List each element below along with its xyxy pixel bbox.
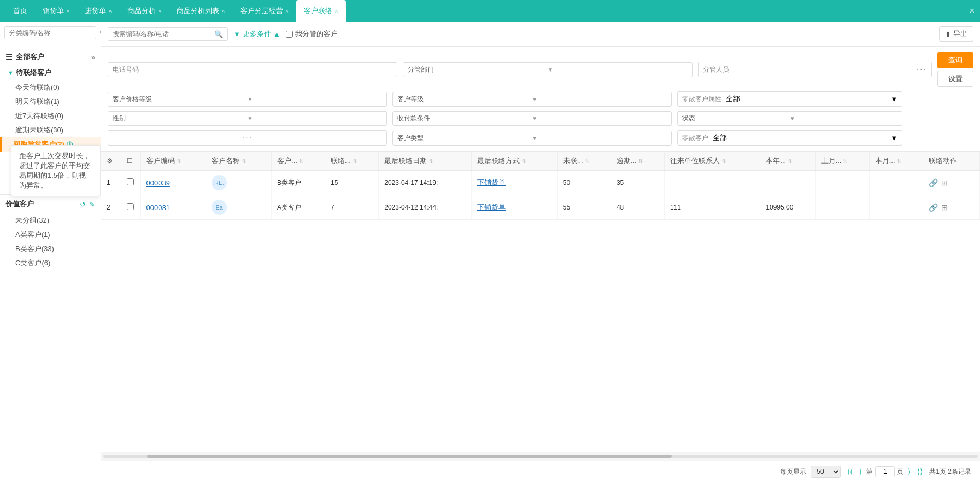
sidebar-item-7days[interactable]: 近7天待联络(0)	[0, 109, 101, 123]
filter-retail[interactable]: 零散客户 全部 ▼	[677, 130, 902, 146]
sidebar-item-tomorrow[interactable]: 明天待联络(1)	[0, 95, 101, 109]
col-customer-type[interactable]: 客户... ⇅	[271, 152, 325, 171]
contact-sort-icon: ⇅	[353, 158, 357, 164]
more-filters-dots[interactable]: ···	[242, 133, 253, 143]
col-last-month[interactable]: 上月... ⇅	[815, 152, 869, 171]
manager-dots[interactable]: ···	[917, 65, 927, 74]
nav-product-list[interactable]: 商品分析列表 ×	[169, 0, 232, 22]
nav-product-analysis-close[interactable]: ×	[158, 8, 161, 14]
sidebar-item-b-class[interactable]: B类客户(33)	[0, 242, 101, 256]
row2-customer-type: A类客户	[271, 195, 325, 220]
nav-purchase-close[interactable]: ×	[108, 8, 112, 14]
section-pending-title[interactable]: ▼ 待联络客户	[0, 65, 101, 80]
page-first-btn[interactable]: ⟨⟨	[845, 466, 855, 477]
settings-button[interactable]: 设置	[937, 71, 973, 87]
row1-link-icon[interactable]: 🔗	[929, 178, 938, 187]
more-filters-button[interactable]: ▼ 更多条件 ▲	[233, 29, 280, 39]
payment-chevron: ▼	[532, 115, 666, 121]
filter-manager[interactable]: 分管人员 ···	[698, 62, 932, 77]
row1-last-date: 2023-04-17 14:19:	[379, 171, 472, 195]
row2-checkbox[interactable]	[121, 195, 140, 220]
col-checkbox[interactable]: ☐	[121, 152, 140, 171]
method-sort-icon: ⇅	[521, 158, 526, 164]
col-last-method[interactable]: 最后联络方式 ⇅	[471, 152, 557, 171]
list-icon: ☰	[5, 53, 13, 61]
col-contact-count[interactable]: 联络... ⇅	[325, 152, 379, 171]
row2-name[interactable]: Ea	[206, 195, 272, 220]
nav-purchase[interactable]: 进货单 ×	[77, 0, 119, 22]
nav-customer-tier-close[interactable]: ×	[285, 8, 289, 14]
col-last-date[interactable]: 最后联络日期 ⇅	[379, 152, 472, 171]
row1-grid-icon[interactable]: ⊞	[941, 178, 948, 187]
scroll-thumb[interactable]	[147, 455, 672, 458]
row2-code[interactable]: 000031	[140, 195, 206, 220]
edit-icon[interactable]: ✎	[89, 200, 95, 208]
page-size-select[interactable]: 50 20 100	[811, 466, 841, 478]
col-year[interactable]: 本年... ⇅	[760, 152, 815, 171]
col-contacts[interactable]: 往来单位联系人 ⇅	[665, 152, 760, 171]
nav-sales[interactable]: 销货单 ×	[35, 0, 77, 22]
row1-last-method[interactable]: 下销货单	[471, 171, 557, 195]
col-code[interactable]: 客户编码 ⇅	[140, 152, 206, 171]
phone-input[interactable]	[143, 66, 392, 73]
sidebar-item-overdue[interactable]: 逾期未联络(30)	[0, 123, 101, 137]
main-search-input[interactable]	[113, 30, 212, 38]
sidebar-search-input[interactable]	[4, 26, 96, 39]
page-last-btn[interactable]: ⟩⟩	[915, 466, 925, 477]
sidebar-search-icon[interactable]: 🔍	[99, 29, 101, 37]
filter-status[interactable]: 状态 ▼	[677, 111, 902, 126]
row2-check[interactable]	[127, 203, 134, 210]
sidebar-item-ungrouped[interactable]: 未分组(32)	[0, 213, 101, 228]
row1-checkbox[interactable]	[121, 171, 140, 195]
row1-check[interactable]	[127, 178, 134, 185]
page-number-input[interactable]	[875, 466, 895, 477]
filter-gender[interactable]: 性别 ▼	[108, 111, 387, 126]
nav-product-list-close[interactable]: ×	[221, 8, 225, 14]
query-button[interactable]: 查询	[937, 52, 973, 68]
page-prev-btn[interactable]: ⟨	[857, 466, 864, 477]
table-row: 1 000039 RE. B类客户 15 2023-04-17 14:19:	[101, 171, 980, 195]
row1-name[interactable]: RE.	[206, 171, 272, 195]
type-sort-icon: ⇅	[299, 158, 303, 164]
col-un-contact[interactable]: 未联... ⇅	[557, 152, 611, 171]
nav-home[interactable]: 首页	[5, 0, 35, 22]
filter-phone[interactable]: 电话号码	[108, 62, 397, 77]
main-layout: 🔍 ☰ 全部客户 » ▼ 待联络客户 今天待联络(0) 明天待联络(1)	[0, 22, 980, 482]
row1-code[interactable]: 000039	[140, 171, 206, 195]
refresh-icon[interactable]: ↺	[80, 200, 86, 208]
nav-product-analysis[interactable]: 商品分析 ×	[120, 0, 169, 22]
dept-chevron: ▼	[548, 67, 688, 73]
filter-dots[interactable]: ···	[108, 130, 387, 146]
sidebar-all-customers[interactable]: ☰ 全部客户 »	[0, 49, 101, 65]
row2-this-month	[869, 195, 923, 220]
export-button[interactable]: ⬆ 导出	[939, 26, 973, 42]
nav-sales-close[interactable]: ×	[66, 8, 69, 14]
overdue-sort-icon: ⇅	[638, 158, 643, 164]
sidebar-item-c-class[interactable]: C类客户(6)	[0, 256, 101, 270]
sidebar-collapse-icon[interactable]: »	[91, 53, 95, 61]
row2-grid-icon[interactable]: ⊞	[941, 203, 948, 212]
page-next-btn[interactable]: ⟩	[906, 466, 913, 477]
col-overdue[interactable]: 逾期... ⇅	[611, 152, 664, 171]
col-this-month[interactable]: 本月... ⇅	[869, 152, 923, 171]
nav-customer-tier[interactable]: 客户分层经营 ×	[233, 0, 296, 22]
row2-last-method[interactable]: 下销货单	[471, 195, 557, 220]
nav-customer-contact[interactable]: 客户联络 ×	[296, 0, 345, 22]
nav-customer-contact-close[interactable]: ×	[335, 8, 338, 14]
row2-link-icon[interactable]: 🔗	[929, 203, 938, 212]
filter-customer-level[interactable]: 客户等级 ▼	[392, 92, 672, 107]
filter-customer-type[interactable]: 客户类型 ▼	[392, 131, 672, 146]
my-customer-checkbox-area[interactable]: 我分管的客户	[286, 29, 338, 39]
col-settings[interactable]: ⚙	[101, 152, 121, 171]
sidebar-item-a-class[interactable]: A类客户(1)	[0, 228, 101, 242]
filter-retail-attr[interactable]: 零散客户属性 全部 ▼	[677, 91, 902, 107]
sidebar-item-today[interactable]: 今天待联络(0)	[0, 80, 101, 95]
main-search-icon[interactable]: 🔍	[214, 30, 223, 38]
horizontal-scrollbar[interactable]	[101, 452, 980, 461]
my-customer-checkbox[interactable]	[286, 31, 293, 38]
filter-dept[interactable]: 分管部门 ▼	[403, 62, 693, 77]
window-close-button[interactable]: ×	[970, 6, 975, 16]
filter-payment[interactable]: 收付款条件 ▼	[392, 111, 672, 126]
filter-price-level[interactable]: 客户价格等级 ▼	[108, 92, 387, 107]
col-name[interactable]: 客户名称 ⇅	[206, 152, 272, 171]
